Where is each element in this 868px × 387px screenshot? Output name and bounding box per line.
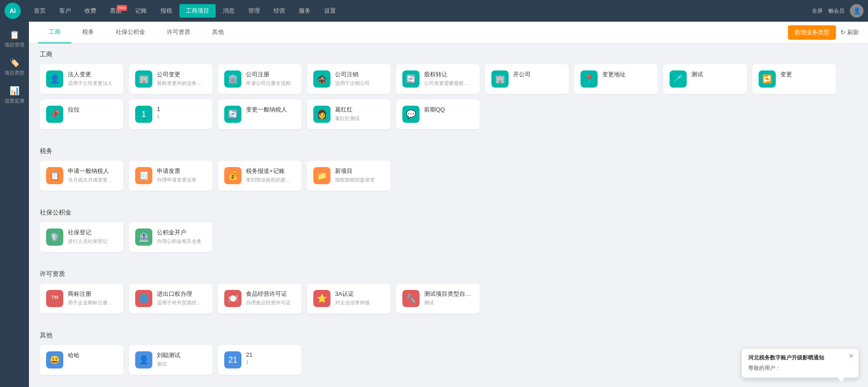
card-title: 商标注册 — [68, 290, 117, 298]
card-info: 税务报道+记账 拿到营业执照的新公司 — [246, 167, 295, 183]
tabs: 工商税务社保公积金许可资质其他 — [38, 22, 235, 43]
nav-item-服务[interactable]: 服务 — [292, 4, 317, 18]
card-item[interactable]: 🧾 申请发票 办理申请发票业务 — [129, 161, 212, 191]
tab-工商[interactable]: 工商 — [38, 22, 71, 43]
card-item[interactable]: 📌 拉拉 — [40, 99, 123, 129]
nav-item-首页[interactable]: 首页 — [28, 4, 52, 18]
card-item[interactable]: 🧪 测试 — [663, 64, 747, 94]
card-icon: 🏛️ — [224, 70, 241, 88]
card-item[interactable]: 🏢 开公司 — [485, 64, 569, 94]
nav-badge: new — [117, 5, 127, 11]
card-icon: 🏚️ — [313, 70, 330, 88]
card-item[interactable]: 🏛️ 公司注册 申请公司注册全流程 — [218, 64, 302, 94]
card-desc: 1 — [246, 359, 295, 365]
tabs-bar: 工商税务社保公积金许可资质其他 新增业务类型 ↻ 刷新 — [29, 22, 868, 43]
main-content: 工商税务社保公积金许可资质其他 新增业务类型 ↻ 刷新 工商 👤 法人变更 适用… — [29, 22, 868, 387]
card-item[interactable]: ⭐ 3A认证 对企业信誉评级 — [307, 284, 391, 313]
svg-text:Ai: Ai — [9, 7, 16, 14]
card-item[interactable]: 1 1 1 — [129, 99, 212, 129]
card-info: 公司注销 适用于注销公司 — [335, 70, 384, 87]
sidebar-item-项目类型[interactable]: 🏷️项目类型 — [2, 54, 27, 80]
card-icon: 📋 — [46, 167, 63, 184]
card-item[interactable]: 📁 新项目 报税加税控盘保管 — [307, 161, 391, 191]
nav-item-客户[interactable]: 客户 — [53, 4, 77, 18]
card-desc: 适用于对外贸易经营者 — [157, 299, 206, 306]
card-title: 税务报道+记账 — [246, 167, 295, 175]
tab-社保公积金[interactable]: 社保公积金 — [105, 22, 156, 43]
card-item[interactable]: 🔁 变更 — [752, 64, 836, 94]
nav-item-票据[interactable]: 票据new — [104, 4, 128, 18]
card-title: 公积金开户 — [157, 228, 206, 237]
sidebar-icon: 🏷️ — [9, 58, 19, 68]
card-item[interactable]: 👩 葛红红 葛红红测试 — [307, 99, 391, 129]
card-icon: 📍 — [580, 70, 598, 88]
nav-item-消息[interactable]: 消息 — [217, 4, 241, 18]
card-info: 申请发票 办理申请发票业务 — [157, 167, 206, 183]
nav-items: 首页客户收费票据new记账报税工商项目消息管理经营服务设置 — [28, 4, 812, 18]
sidebar-label: 项目管理 — [5, 42, 24, 48]
card-title: 公司注销 — [335, 70, 384, 79]
card-title: 变更地址 — [602, 70, 651, 79]
card-item[interactable]: 🔧 测试项目类型自定义 测试 — [396, 284, 480, 313]
card-info: 21 1 — [246, 351, 295, 365]
card-grid: ™️ 商标注册 用于企业商标注册服务 🌐 进出口权办理 适用于对外贸易经营者 🍽… — [40, 284, 857, 313]
notify-close-button[interactable]: ✕ — [849, 352, 854, 359]
card-item[interactable]: 🏦 公积金开户 办理公积金相关业务 — [129, 222, 212, 252]
card-item[interactable]: 💬 前期QQ — [396, 99, 480, 129]
card-item[interactable]: 👤 刘聪测试 测试 — [129, 345, 212, 375]
card-item[interactable]: 🔄 股权转让 公司变更需要股权转让 — [396, 64, 480, 94]
card-info: 股权转让 公司变更需要股权转让 — [424, 70, 473, 87]
card-item[interactable]: 💰 税务报道+记账 拿到营业执照的新公司 — [218, 161, 302, 191]
card-grid: 📋 申请一般纳税人 当月或次月成变更完成 🧾 申请发票 办理申请发票业务 💰 税… — [40, 161, 857, 191]
refresh-button[interactable]: ↻ 刷新 — [840, 28, 859, 37]
nav-item-工商项目[interactable]: 工商项目 — [179, 4, 216, 18]
card-item[interactable]: 21 21 1 — [218, 345, 302, 375]
card-grid: 🛡️ 社保登记 进行人员社保登记 🏦 公积金开户 办理公积金相关业务 — [40, 222, 857, 252]
fullscreen-btn[interactable]: 全屏 — [812, 7, 823, 15]
card-item[interactable]: 🏢 公司变更 股权变更外的业务变更 — [129, 64, 212, 94]
card-info: 1 1 — [157, 106, 206, 119]
sidebar-item-进度监测[interactable]: 📊进度监测 — [2, 82, 27, 108]
card-item[interactable]: ™️ 商标注册 用于企业商标注册服务 — [40, 284, 123, 313]
card-item[interactable]: 🌐 进出口权办理 适用于对外贸易经营者 — [129, 284, 212, 313]
card-item[interactable]: 🏚️ 公司注销 适用于注销公司 — [307, 64, 391, 94]
sidebar-item-项目管理[interactable]: 📋项目管理 — [2, 26, 27, 52]
card-icon: 🧪 — [670, 70, 687, 88]
nav-item-记账[interactable]: 记账 — [129, 4, 153, 18]
card-desc: 公司变更需要股权转让 — [424, 80, 473, 87]
card-item[interactable]: 👤 法人变更 适用于公司变更法人 — [40, 64, 123, 94]
card-title: 公司变更 — [157, 70, 206, 79]
nav-item-管理[interactable]: 管理 — [242, 4, 266, 18]
card-icon: 🏢 — [135, 70, 152, 88]
nav-item-设置[interactable]: 设置 — [318, 4, 342, 18]
card-title: 拉拉 — [68, 106, 117, 114]
card-item[interactable]: 🛡️ 社保登记 进行人员社保登记 — [40, 222, 123, 252]
card-desc: 拿到营业执照的新公司 — [246, 177, 295, 183]
card-item[interactable]: 🔄 变更一般纳税人 — [218, 99, 302, 129]
notification-bubble: ✕ 河北税务数字账户升级影晒通知 尊敬的用户： — [741, 348, 859, 378]
card-item[interactable]: 🍽️ 食品经营许可证 办理食品经营许可证 — [218, 284, 302, 313]
card-icon: ™️ — [46, 290, 63, 307]
avatar[interactable]: 👤 — [850, 4, 863, 18]
top-nav: Ai 首页客户收费票据new记账报税工商项目消息管理经营服务设置 全屏 畅会员 … — [0, 0, 868, 22]
sidebar-icon: 📊 — [9, 86, 19, 96]
nav-item-经营[interactable]: 经营 — [267, 4, 292, 18]
card-item[interactable]: 📍 变更地址 — [574, 64, 658, 94]
card-info: 食品经营许可证 办理食品经营许可证 — [246, 290, 295, 306]
card-desc: 报税加税控盘保管 — [335, 177, 384, 183]
nav-item-收费[interactable]: 收费 — [78, 4, 103, 18]
new-type-button[interactable]: 新增业务类型 — [788, 25, 836, 40]
tab-许可资质[interactable]: 许可资质 — [156, 22, 201, 43]
tab-税务[interactable]: 税务 — [71, 22, 105, 43]
section-title: 许可资质 — [40, 270, 857, 278]
card-title: 进出口权办理 — [157, 290, 206, 298]
card-item[interactable]: 😄 哈哈 — [40, 345, 123, 375]
nav-item-报税[interactable]: 报税 — [154, 4, 179, 18]
card-item[interactable]: 📋 申请一般纳税人 当月或次月成变更完成 — [40, 161, 123, 191]
card-info: 3A认证 对企业信誉评级 — [335, 290, 384, 306]
section-工商: 工商 👤 法人变更 适用于公司变更法人 🏢 公司变更 股权变更外的业务变更 🏛️… — [29, 43, 868, 140]
card-desc: 测试 — [157, 361, 206, 368]
card-desc: 测试 — [424, 299, 473, 306]
vip-btn[interactable]: 畅会员 — [828, 7, 844, 15]
tab-其他[interactable]: 其他 — [201, 22, 235, 43]
